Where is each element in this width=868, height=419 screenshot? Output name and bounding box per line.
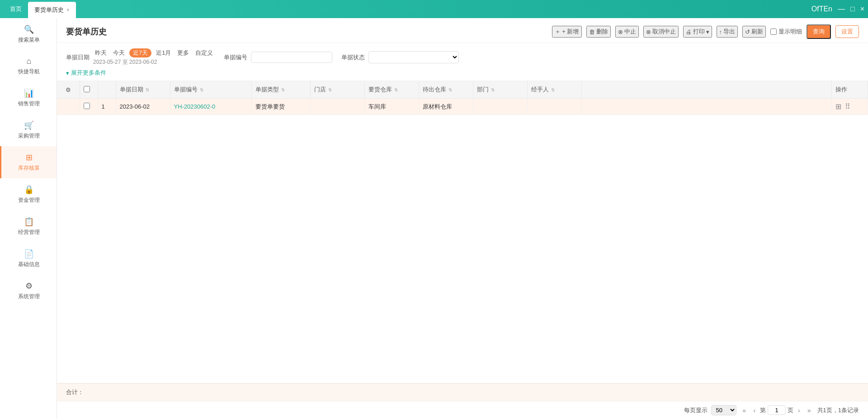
sidebar: 🔍 搜索菜单 ⌂ 快捷导航 📊 销售管理 🛒 采购管理 ⊞ 库存核算 🔒 资金管… <box>0 18 57 419</box>
filter-row: 单据日期 昨天 今天 近7天 近1月 更多 自定义 2023-05-27 至 2… <box>66 48 859 66</box>
print-button[interactable]: 🖨 打印 ▾ <box>683 26 712 38</box>
status-filter-group: 单据状态 <box>341 51 459 63</box>
row-edit-icon[interactable]: ⊞ <box>835 102 841 111</box>
td-checkbox <box>80 99 98 115</box>
prev-page-btn[interactable]: ‹ <box>750 406 758 415</box>
td-date: 2023-06-02 <box>116 99 170 115</box>
date-shortcut-1month[interactable]: 近1月 <box>154 48 173 57</box>
export-icon: ↑ <box>719 29 722 35</box>
order-no-label: 单据编号 <box>224 53 247 62</box>
summary-label: 合计： <box>66 389 84 395</box>
td-req-warehouse: 车间库 <box>364 99 419 115</box>
quick-nav-icon: ⌂ <box>27 57 32 66</box>
sort-pending-wh-icon: ⇅ <box>448 87 452 92</box>
tab-order-history[interactable]: 要货单历史 × <box>28 2 76 18</box>
sys-mgmt-icon: ⚙ <box>25 281 33 291</box>
th-store-label: 门店 <box>314 86 326 93</box>
status-select[interactable] <box>368 51 459 63</box>
sidebar-item-basic-info[interactable]: 📄 基础信息 <box>0 243 57 275</box>
stop-button[interactable]: ⊗ 中止 <box>615 26 639 38</box>
sidebar-item-inventory[interactable]: ⊞ 库存核算 <box>0 146 57 178</box>
first-page-btn[interactable]: « <box>740 406 749 415</box>
select-all-checkbox[interactable] <box>84 86 90 92</box>
page-input[interactable] <box>768 405 786 415</box>
date-shortcut-yesterday[interactable]: 昨天 <box>93 48 108 57</box>
order-no-filter-group: 单据编号 <box>224 52 332 63</box>
td-gear <box>57 99 80 115</box>
settings-button[interactable]: 设置 <box>835 25 859 38</box>
sidebar-item-search-menu[interactable]: 🔍 搜索菜单 <box>0 18 57 50</box>
pagination-nav: « ‹ 第 页 › » <box>740 405 814 415</box>
per-page-select[interactable]: 50 10 20 100 <box>711 405 736 415</box>
sort-req-wh-icon: ⇅ <box>394 87 398 92</box>
delete-icon: 🗑 <box>589 29 595 35</box>
add-button[interactable]: ＋ + 新增 <box>552 26 581 38</box>
finance-mgmt-icon: 🔒 <box>24 185 34 195</box>
last-page-btn[interactable]: » <box>805 406 814 415</box>
stop-icon: ⊗ <box>618 29 623 35</box>
sidebar-item-sys-mgmt[interactable]: ⚙ 系统管理 <box>0 275 57 307</box>
sidebar-item-quick-nav[interactable]: ⌂ 快捷导航 <box>0 50 57 82</box>
display-detail-toggle[interactable]: 显示明细 <box>770 28 802 36</box>
td-no: 1 <box>98 99 116 115</box>
th-dept[interactable]: 部门 ⇅ <box>473 81 527 99</box>
th-handler[interactable]: 经手人 ⇅ <box>527 81 581 99</box>
page-title: 要货单历史 <box>66 26 107 37</box>
pagination: 每页显示 50 10 20 100 « ‹ 第 页 › » 共1页，1条记录 <box>57 401 868 419</box>
sidebar-item-finance-mgmt[interactable]: 🔒 资金管理 <box>0 178 57 210</box>
minimize-icon[interactable]: — <box>838 5 845 13</box>
sort-store-icon: ⇅ <box>328 87 332 92</box>
status-label: 单据状态 <box>341 53 365 62</box>
query-button[interactable]: 查询 <box>807 24 831 39</box>
close-window-icon[interactable]: × <box>860 5 864 13</box>
th-order-no-label: 单据编号 <box>174 86 198 93</box>
th-store[interactable]: 门店 ⇅ <box>310 81 364 99</box>
td-order-no: YH-20230602-0 <box>170 99 251 115</box>
purchase-mgmt-icon: 🛒 <box>24 120 34 130</box>
td-dept <box>473 99 527 115</box>
refresh-button[interactable]: ↺ 刷新 <box>742 26 766 38</box>
sort-handler-icon: ⇅ <box>551 87 555 92</box>
sidebar-item-sales-mgmt[interactable]: 📊 销售管理 <box>0 82 57 114</box>
th-date[interactable]: 单据日期 ⇅ <box>116 81 170 99</box>
delete-button[interactable]: 🗑 删除 <box>586 26 611 38</box>
date-shortcut-today[interactable]: 今天 <box>111 48 127 57</box>
sidebar-item-ops-mgmt[interactable]: 📋 经营管理 <box>0 210 57 243</box>
close-tab-icon[interactable]: × <box>66 7 70 13</box>
date-shortcut-more[interactable]: 更多 <box>175 48 191 57</box>
th-handler-label: 经手人 <box>531 86 549 93</box>
order-no-input[interactable] <box>251 52 332 63</box>
date-shortcut-7days[interactable]: 近7天 <box>129 48 151 57</box>
row-more-icon[interactable]: ⠿ <box>845 102 850 111</box>
print-icon: 🖨 <box>686 29 692 35</box>
main-layout: 🔍 搜索菜单 ⌂ 快捷导航 📊 销售管理 🛒 采购管理 ⊞ 库存核算 🔒 资金管… <box>0 18 868 419</box>
page-suffix: 页 <box>788 406 793 414</box>
th-pending-warehouse[interactable]: 待出仓库 ⇅ <box>419 81 473 99</box>
row-checkbox[interactable] <box>84 103 90 109</box>
maximize-icon[interactable]: □ <box>850 5 855 13</box>
date-filter-group: 单据日期 昨天 今天 近7天 近1月 更多 自定义 2023-05-27 至 2… <box>66 48 215 66</box>
add-icon: ＋ <box>555 28 561 36</box>
export-button[interactable]: ↑ 导出 <box>717 26 738 38</box>
sidebar-item-purchase-mgmt[interactable]: 🛒 采购管理 <box>0 114 57 146</box>
order-no-link[interactable]: YH-20230602-0 <box>174 103 216 110</box>
data-table: ⚙ 单据日期 ⇅ 单据编号 ⇅ 单据类型 ⇅ <box>57 81 868 115</box>
th-gear[interactable]: ⚙ <box>57 81 80 99</box>
search-menu-icon: 🔍 <box>24 24 34 34</box>
refresh-icon: ↺ <box>745 29 750 35</box>
toolbar: ＋ + 新增 🗑 删除 ⊗ 中止 ⊗ 取消中止 🖨 打印 <box>552 24 859 39</box>
date-shortcut-custom[interactable]: 自定义 <box>193 48 215 57</box>
th-req-warehouse[interactable]: 要货仓库 ⇅ <box>364 81 419 99</box>
window-controls: OfTEn — □ × <box>810 5 864 13</box>
tab-home[interactable]: 首页 <box>4 0 28 18</box>
th-order-no[interactable]: 单据编号 ⇅ <box>170 81 251 99</box>
display-detail-checkbox[interactable] <box>770 29 777 35</box>
next-page-btn[interactable]: › <box>795 406 803 415</box>
table-row: 1 2023-06-02 YH-20230602-0 要货单要货 车间库 原材料… <box>57 99 868 115</box>
sort-order-no-icon: ⇅ <box>200 87 203 92</box>
th-order-type[interactable]: 单据类型 ⇅ <box>251 81 310 99</box>
expand-more-btn[interactable]: ▾ 展开更多条件 <box>66 69 859 77</box>
td-handler <box>527 99 581 115</box>
th-pending-wh-label: 待出仓库 <box>423 86 446 93</box>
cancel-stop-button[interactable]: ⊗ 取消中止 <box>643 26 679 38</box>
